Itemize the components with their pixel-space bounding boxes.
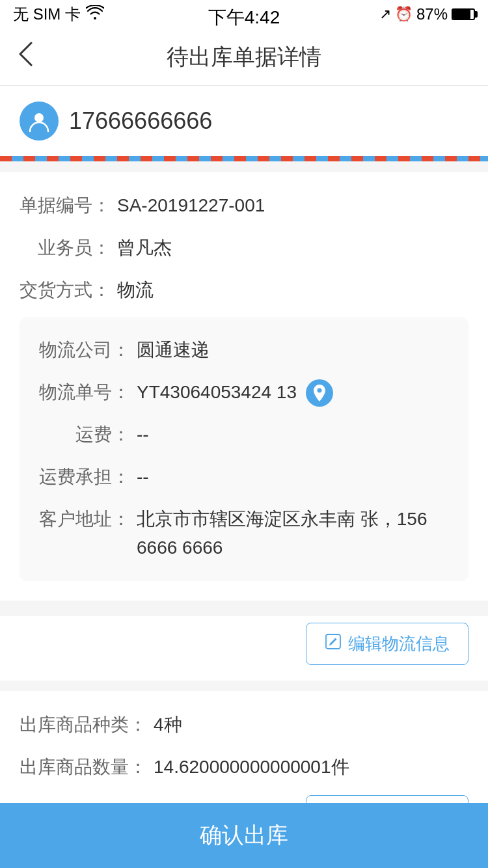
dashed-divider — [0, 156, 488, 161]
carrier-label: 无 SIM 卡 — [13, 4, 81, 25]
tracking-no-label: 物流单号： — [39, 378, 130, 407]
status-time: 下午4:42 — [208, 5, 280, 30]
freight-label: 运费： — [39, 420, 130, 450]
address-label: 客户地址： — [39, 505, 130, 534]
confirm-button-label: 确认出库 — [200, 821, 288, 850]
battery-label: 87% — [416, 5, 448, 23]
section-separator — [0, 681, 488, 691]
address-row: 客户地址： 北京市市辖区海淀区永丰南 张，156 6666 6666 — [39, 505, 449, 563]
customer-header: 17666666666 — [0, 86, 488, 156]
freight-value: -- — [130, 420, 449, 450]
delivery-method-label: 交货方式： — [20, 276, 111, 305]
freight-bearer-label: 运费承担： — [39, 463, 130, 492]
status-left: 无 SIM 卡 — [13, 4, 104, 25]
wifi-icon — [86, 5, 104, 23]
location-icon-button[interactable] — [306, 379, 333, 407]
tracking-no-text: YT43064053424 13 — [137, 378, 297, 407]
quantity-value: 14.620000000000001件 — [147, 753, 468, 782]
delivery-method-row: 交货方式： 物流 — [20, 276, 468, 305]
edit-logistics-btn-wrap: 编辑物流信息 — [0, 616, 488, 681]
freight-bearer-value: -- — [130, 463, 449, 492]
quantity-label: 出库商品数量： — [20, 753, 147, 782]
logistics-company-label: 物流公司： — [39, 336, 130, 365]
salesperson-value: 曾凡杰 — [111, 234, 468, 263]
avatar — [20, 102, 59, 141]
person-icon — [27, 109, 51, 133]
order-no-value: SA-20191227-001 — [111, 191, 468, 221]
status-bar: 无 SIM 卡 下午4:42 ↗ ⏰ 87% — [0, 0, 488, 29]
gps-icon: ↗ — [379, 6, 391, 23]
logistics-company-row: 物流公司： 圆通速递 — [39, 336, 449, 365]
quantity-row: 出库商品数量： 14.620000000000001件 — [20, 753, 468, 782]
type-count-label: 出库商品种类： — [20, 711, 147, 740]
order-info-section: 单据编号： SA-20191227-001 业务员： 曾凡杰 交货方式： 物流 … — [0, 172, 488, 601]
edit-logistics-button[interactable]: 编辑物流信息 — [306, 623, 468, 665]
status-right: ↗ ⏰ 87% — [379, 5, 475, 23]
edit-icon — [325, 633, 342, 655]
customer-phone: 17666666666 — [69, 107, 212, 135]
logistics-card: 物流公司： 圆通速递 物流单号： YT43064053424 13 运费： --… — [20, 318, 468, 581]
goods-section: 出库商品种类： 4种 出库商品数量： 14.620000000000001件 — [0, 691, 488, 795]
type-count-row: 出库商品种类： 4种 — [20, 711, 468, 740]
type-count-value: 4种 — [147, 711, 468, 740]
order-no-label: 单据编号： — [20, 191, 111, 221]
freight-bearer-row: 运费承担： -- — [39, 463, 449, 492]
page-title: 待出库单据详情 — [167, 42, 321, 72]
logistics-company-value: 圆通速递 — [130, 336, 449, 365]
order-no-row: 单据编号： SA-20191227-001 — [20, 191, 468, 221]
alarm-icon: ⏰ — [395, 6, 413, 23]
address-value: 北京市市辖区海淀区永丰南 张，156 6666 6666 — [130, 505, 449, 563]
tracking-no-row: 物流单号： YT43064053424 13 — [39, 378, 449, 407]
edit-logistics-label: 编辑物流信息 — [348, 632, 450, 655]
svg-point-0 — [34, 113, 44, 122]
battery-icon — [452, 8, 475, 20]
location-icon — [312, 385, 327, 401]
nav-bar: 待出库单据详情 — [0, 29, 488, 86]
delivery-method-value: 物流 — [111, 276, 468, 305]
confirm-bar[interactable]: 确认出库 — [0, 803, 488, 868]
back-button[interactable] — [18, 42, 33, 72]
salesperson-label: 业务员： — [20, 234, 111, 263]
tracking-no-value: YT43064053424 13 — [130, 378, 449, 407]
salesperson-row: 业务员： 曾凡杰 — [20, 234, 468, 263]
freight-row: 运费： -- — [39, 420, 449, 450]
